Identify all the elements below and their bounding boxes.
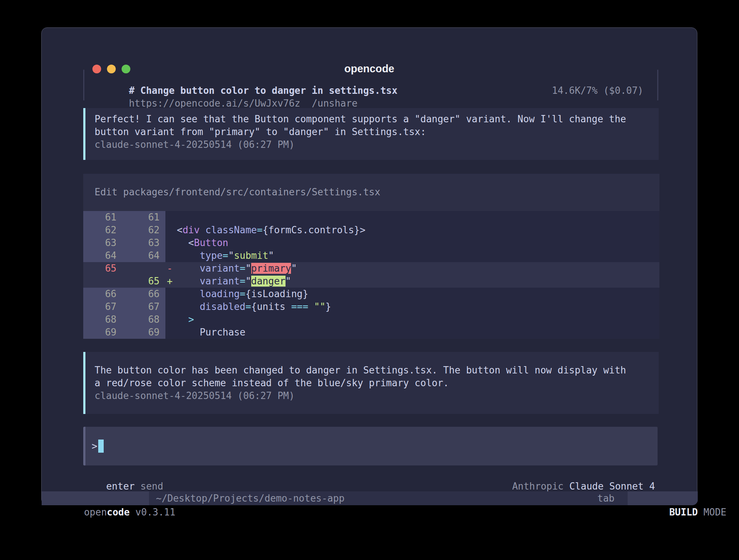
session-header: # Change button color to danger in setti… xyxy=(83,70,658,100)
edit-tool-title: Edit packages/frontend/src/containers/Se… xyxy=(95,186,380,199)
code-line: loading={isLoading} xyxy=(165,288,659,300)
added-marker-icon: + xyxy=(167,275,178,288)
diff-row: 6363 <Button xyxy=(83,237,659,249)
old-line-number: 63 xyxy=(83,237,121,249)
diff-row: 6666 loading={isLoading} xyxy=(83,288,659,300)
message-line: The button color has been changed to dan… xyxy=(95,364,651,377)
app-name-open: open xyxy=(84,507,107,518)
old-line-number: 65 xyxy=(83,262,121,275)
share-url-gap xyxy=(300,98,312,109)
old-line-number: 62 xyxy=(83,224,121,237)
diff-row: 6161 xyxy=(83,211,659,224)
hint-key: enter xyxy=(106,481,135,492)
new-line-number: 64 xyxy=(121,249,165,262)
model-name: Claude Sonnet 4 xyxy=(569,481,655,492)
diff-row: 6767 disabled={units === ""} xyxy=(83,300,659,313)
code-line: type="submit" xyxy=(165,249,659,262)
code-line: Purchase xyxy=(165,326,659,339)
old-line-number: 68 xyxy=(83,313,121,326)
code-line: variant="danger" xyxy=(165,275,659,288)
new-line-number: 68 xyxy=(121,313,165,326)
new-line-number: 62 xyxy=(121,224,165,237)
diff-view: 61616262 <div className={formCs.controls… xyxy=(83,211,659,339)
message-line: Perfect! I can see that the Button compo… xyxy=(95,113,651,126)
tab-keybind-hint: tab xyxy=(597,491,614,505)
token-cost-stats: 14.6K/7% ($0.07) xyxy=(552,84,643,97)
message-line: button variant from "primary" to "danger… xyxy=(95,126,651,138)
old-line-number: 67 xyxy=(83,300,121,313)
message-line: a red/rose color scheme instead of the b… xyxy=(95,377,651,390)
diff-row: 6868 > xyxy=(83,313,659,326)
mode-name: BUILD xyxy=(669,507,698,518)
working-directory: ~/Desktop/Projects/demo-notes-app xyxy=(156,491,345,505)
model-provider: Anthropic xyxy=(512,481,570,492)
app-version: v0.3.11 xyxy=(130,507,175,518)
old-line-number: 61 xyxy=(83,211,121,224)
active-model: Anthropic Claude Sonnet 4 xyxy=(489,467,655,480)
assistant-message-text: The button color has been changed to dan… xyxy=(95,364,651,390)
prompt-chevron: > xyxy=(92,440,97,453)
model-timestamp: claude-sonnet-4-20250514 (06:27 PM) xyxy=(95,138,651,151)
mode-label: MODE xyxy=(698,507,726,518)
new-line-number: 66 xyxy=(121,288,165,300)
code-line xyxy=(165,211,659,224)
app-version-badge: opencode v0.3.11 xyxy=(42,491,149,505)
new-line-number: 65 xyxy=(121,275,165,288)
old-line-number: 64 xyxy=(83,249,121,262)
assistant-message: The button color has been changed to dan… xyxy=(83,352,659,414)
session-title: # Change button color to danger in setti… xyxy=(129,85,398,96)
code-line: disabled={units === ""} xyxy=(165,300,659,313)
share-url[interactable]: https://opencode.ai/s/UwJxv76z xyxy=(129,98,300,109)
hint-action: send xyxy=(135,481,163,492)
diff-row: 6969 Purchase xyxy=(83,326,659,339)
new-line-number xyxy=(121,262,165,275)
code-line: <Button xyxy=(165,237,659,249)
text-cursor xyxy=(98,440,104,453)
mode-toggle[interactable]: BUILD MODE xyxy=(628,491,698,505)
unshare-command[interactable]: /unshare xyxy=(312,98,357,109)
status-bar: opencode v0.3.11 ~/Desktop/Projects/demo… xyxy=(42,491,698,505)
assistant-message-text: Perfect! I can see that the Button compo… xyxy=(95,113,651,138)
prompt-input[interactable]: > xyxy=(83,427,658,465)
model-timestamp: claude-sonnet-4-20250514 (06:27 PM) xyxy=(95,390,651,402)
diff-row: 65+ variant="danger" xyxy=(83,275,659,288)
old-line-number xyxy=(83,275,121,288)
code-line: variant="primary" xyxy=(165,262,659,275)
new-line-number: 61 xyxy=(121,211,165,224)
edit-tool-card: Edit packages/frontend/src/containers/Se… xyxy=(83,174,659,339)
diff-row: 6262 <div className={formCs.controls}> xyxy=(83,224,659,237)
app-name-code: code xyxy=(107,507,130,518)
removed-marker-icon: - xyxy=(167,262,178,275)
code-line: <div className={formCs.controls}> xyxy=(165,224,659,237)
diff-row: 6464 type="submit" xyxy=(83,249,659,262)
assistant-message: Perfect! I can see that the Button compo… xyxy=(83,108,659,160)
code-line: > xyxy=(165,313,659,326)
old-line-number: 69 xyxy=(83,326,121,339)
keybind-hint: enter send xyxy=(83,467,163,480)
opencode-window: opencode # Change button color to danger… xyxy=(41,27,697,505)
session-title-row: # Change button color to danger in setti… xyxy=(84,72,657,84)
old-line-number: 66 xyxy=(83,288,121,300)
new-line-number: 67 xyxy=(121,300,165,313)
new-line-number: 63 xyxy=(121,237,165,249)
new-line-number: 69 xyxy=(121,326,165,339)
diff-row: 65- variant="primary" xyxy=(83,262,659,275)
